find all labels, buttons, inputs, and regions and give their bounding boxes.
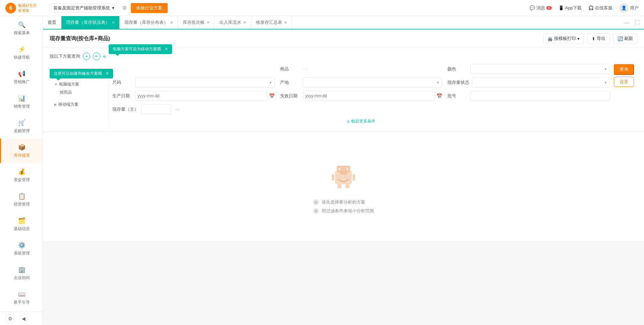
filter-field-expire-date: 失效日期 📅	[280, 91, 442, 101]
user-item[interactable]: 👤 用户	[619, 3, 639, 13]
sidebar-item-search[interactable]: 🔍 搜索菜单	[0, 16, 43, 41]
batch-input[interactable]	[470, 91, 610, 101]
sidebar-item-system[interactable]: ⚙️ 系统管理	[0, 236, 43, 261]
create-tooltip-close-button[interactable]: ✕	[106, 71, 109, 76]
stock-status-select[interactable]: ▾	[472, 77, 610, 88]
filter-field-color: 颜色 ▾	[447, 64, 610, 74]
sidebar-item-purchase[interactable]: 🛒 采购管理	[0, 114, 43, 139]
empty-step-1: ① 请先选择要分析的方案	[313, 199, 374, 205]
scheme-group-desktop-header[interactable]: ▼ 电脑端方案	[52, 80, 105, 89]
svg-point-2	[338, 168, 340, 170]
sidebar-item-basic[interactable]: 🗂️ 基础信息	[0, 212, 43, 236]
sidebar-item-enterprise[interactable]: 🏢 企业协同	[0, 261, 43, 285]
tooltip-close-button[interactable]: ✕	[165, 47, 168, 51]
filter-main-content: 这里可以创建和修改方案哦 ✕ ▼ 电脑端方案 按照品	[50, 64, 637, 127]
sidebar-item-operation[interactable]: 📋 经营管理	[0, 187, 43, 212]
refresh-button[interactable]: 🔄 刷新	[613, 34, 637, 44]
sidebar-item-guide[interactable]: 📖 新手引导	[0, 285, 43, 310]
sidebar-item-shortcut[interactable]: ⚡ 快捷导航	[0, 41, 43, 65]
origin-select[interactable]: ▾	[303, 77, 442, 88]
tab-minimize-button[interactable]: —	[623, 18, 631, 26]
scheme-group-mobile-header[interactable]: ▶ 移动端方案	[52, 100, 105, 109]
settings-bottom-button[interactable]: ⚙	[5, 314, 15, 323]
message-item[interactable]: 💬 消息 6	[530, 5, 552, 11]
tab-close-icon[interactable]: ✕	[207, 20, 210, 25]
filter-field-size: 尺码 ▾	[112, 77, 275, 88]
search-icon: 🔍	[18, 21, 26, 29]
prod-date-start-input[interactable]	[135, 91, 268, 101]
select-arrow-icon: ▾	[605, 80, 607, 85]
tab-batch-account[interactable]: 库存批次账 ✕	[178, 16, 215, 29]
system-select[interactable]: 装备及固定资产辅助管理系统 ▾	[50, 3, 118, 13]
step-2-number: ②	[313, 208, 319, 214]
expand-icon: ▶	[54, 103, 57, 106]
tab-close-icon[interactable]: ✕	[112, 20, 115, 25]
chevron-down-icon: ▾	[112, 5, 114, 10]
sidebar-item-finance[interactable]: 💰 资金管理	[0, 163, 43, 187]
calendar-icon[interactable]: 📅	[269, 93, 275, 99]
svg-point-3	[346, 168, 348, 170]
system-icon: ⚙️	[18, 241, 26, 249]
color-select[interactable]: ▾	[470, 64, 610, 74]
filter-header: 按以下方案查询 + ✏ « 电脑方案可设为移动方案哦 ✕	[50, 53, 637, 60]
calendar-icon[interactable]: 📅	[436, 93, 442, 99]
warehouse-ellipsis[interactable]: ···	[112, 66, 119, 72]
scheme-item-desktop-1[interactable]: 按照品	[52, 89, 105, 96]
header-right: 💬 消息 6 📱 App下载 🎧 在线客服 👤 用户	[530, 3, 639, 13]
scheme-tree: ▼ 电脑端方案 按照品 ▶ 移动端方案	[50, 80, 105, 109]
tab-close-icon[interactable]: ✕	[243, 20, 246, 25]
filter-row-3: 生产日期 📅 失效日期	[112, 91, 610, 101]
goods-ellipsis[interactable]: ···	[303, 66, 309, 72]
tab-home[interactable]: 首页	[43, 16, 61, 29]
content-area: 首页 现存量（库存状况表） ✕ 现存量（库存分布表） ✕ 库存批次账 ✕ 出入库…	[43, 16, 644, 325]
tab-inventory-status[interactable]: 现存量（库存状况表） ✕	[61, 16, 120, 29]
collapse-icon: ▼	[54, 83, 58, 86]
support-item[interactable]: 🎧 在线客服	[588, 5, 612, 11]
size-select[interactable]: ▾	[135, 77, 275, 88]
sidebar-item-inventory[interactable]: 📦 库存核算	[0, 139, 43, 163]
svg-rect-5	[332, 174, 334, 181]
expire-date-range: 📅	[303, 91, 442, 101]
sidebar-item-sales[interactable]: 📊 销售管理	[0, 90, 43, 114]
header-left: 6 畅通好生意 标准版 装备及固定资产辅助管理系统 ▾ ⚙ 体验行业方案	[5, 3, 168, 13]
app-download-item[interactable]: 📱 App下载	[558, 5, 582, 11]
sidebar-item-marketing[interactable]: 📢 营销推广	[0, 65, 43, 90]
settings-icon[interactable]: ⚙	[122, 5, 127, 11]
tab-inout-flow[interactable]: 出入库流水 ✕	[215, 16, 251, 29]
template-print-button[interactable]: 🖨️ 按模板打印 ▾	[543, 34, 584, 44]
select-arrow-icon: ▾	[437, 80, 439, 85]
filter-field-warehouse: ···	[112, 66, 275, 72]
sidebar-bottom-bar: ⚙ ◀	[0, 312, 43, 325]
basic-icon: 🗂️	[18, 217, 26, 225]
expire-date-start-input[interactable]	[303, 91, 435, 101]
empty-step-2: ② 用过滤条件来缩小分析范围	[313, 208, 374, 214]
stock-main-start-input[interactable]	[141, 104, 171, 114]
filter-right-panel: ··· 商品 ··· 颜色 ▾	[112, 64, 610, 127]
tab-receive-summary[interactable]: 收发存汇总表 ✕	[251, 16, 292, 29]
arrow-scheme-button[interactable]: «	[103, 53, 106, 59]
filter-area: 按以下方案查询 + ✏ « 电脑方案可设为移动方案哦 ✕	[43, 48, 644, 132]
collapse-sidebar-button[interactable]: ◀	[19, 314, 28, 323]
create-scheme-tooltip: 这里可以创建和修改方案哦 ✕	[50, 69, 113, 78]
search-button[interactable]: 查询	[614, 64, 634, 75]
refresh-icon: 🔄	[618, 36, 623, 41]
filter-field-batch: 批号	[447, 91, 610, 101]
purchase-icon: 🛒	[18, 119, 26, 127]
export-button[interactable]: ⬆ 导出	[587, 34, 610, 44]
logo-area: 6 畅通好生意 标准版	[5, 3, 46, 13]
export-icon: ⬆	[592, 36, 595, 41]
reset-button[interactable]: 设置	[614, 77, 634, 87]
experience-button[interactable]: 体验行业方案	[131, 3, 168, 13]
empty-illustration	[327, 159, 360, 193]
add-scheme-button[interactable]: +	[83, 53, 90, 60]
edit-scheme-button[interactable]: ✏	[93, 53, 100, 60]
collapse-filter-button[interactable]: ∧ 收起更多条件	[112, 116, 610, 127]
tab-close-icon[interactable]: ✕	[170, 20, 173, 25]
svg-rect-8	[345, 184, 350, 188]
page-title: 现存量查询(按仓库+商品)	[50, 35, 110, 42]
tab-expand-button[interactable]: ⛶	[633, 18, 641, 26]
tab-inventory-dist[interactable]: 现存量（库存分布表） ✕	[120, 16, 178, 29]
tab-close-icon[interactable]: ✕	[284, 20, 287, 25]
avatar: 👤	[619, 3, 629, 13]
filter-row-4: 现存量（主） —	[112, 104, 610, 114]
